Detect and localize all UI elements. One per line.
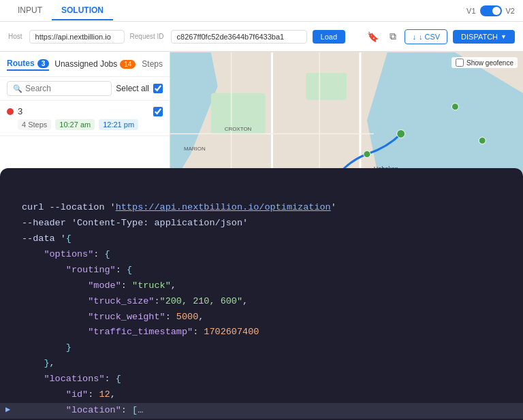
csv-button[interactable]: ↓ ↓ CSV [405,29,447,44]
csv-label: ↓ CSV [419,33,440,41]
api-url-link[interactable]: https://api.nextbillion.io/optimization [116,202,331,212]
steps-count-badge: 4 Steps [18,119,51,130]
svg-text:MARION: MARION [184,146,206,152]
dispatch-label: DISPATCH [461,33,498,41]
dispatch-chevron-icon: ▼ [501,33,507,40]
routes-tab-label: Routes [7,59,35,68]
share-icon[interactable]: ⧉ [387,29,399,44]
search-box: 🔍 [7,81,112,96]
tab-solution[interactable]: SOLUTION [52,1,113,20]
search-icon: 🔍 [13,84,22,93]
svg-text:CROXTON: CROXTON [225,126,252,132]
route-checkbox[interactable] [153,107,163,116]
geofence-checkbox[interactable] [456,59,464,67]
version-switch[interactable] [480,5,502,16]
version-toggle: V1 V2 [466,5,515,16]
request-id-input[interactable] [171,30,307,44]
show-geofence-control[interactable]: Show geofence [451,57,518,68]
dispatch-button[interactable]: DISPATCH ▼ [453,30,515,44]
unassigned-tab-label: Unassigned Jobs [54,59,117,69]
tab-input[interactable]: INPUT [8,1,52,20]
route-item: 3 4 Steps 10:27 am 12:21 pm [0,101,170,136]
tab-group: INPUT SOLUTION [8,1,113,20]
toggle-knob [492,7,501,15]
select-all-checkbox[interactable] [153,84,163,93]
route-header: 3 [7,106,163,116]
select-all-label: Select all [116,84,149,93]
version-v2-label: V2 [506,7,515,15]
svg-rect-2 [306,73,347,100]
load-button[interactable]: Load [313,30,345,44]
host-label: Host [8,33,22,40]
geofence-label: Show geofence [466,59,513,67]
code-content: curl --location 'https://api.nextbillion… [22,184,501,420]
top-bar: INPUT SOLUTION V1 V2 [0,0,523,22]
panel-tabs: Routes 3 Unassigned Jobs 14 Steps [0,52,170,77]
time-end-badge: 12:21 pm [99,119,138,130]
time-start-badge: 10:27 am [55,119,95,130]
version-v1-label: V1 [466,7,475,15]
request-id-label: Request ID [130,33,164,40]
route-meta: 4 Steps 10:27 am 12:21 pm [7,119,163,130]
svg-point-16 [397,130,405,138]
unassigned-badge: 14 [120,60,136,69]
host-input[interactable] [29,30,125,44]
steps-tab[interactable]: Steps [142,59,163,69]
host-bar: Host Request ID Load 🔖 ⧉ ↓ ↓ CSV DISPATC… [0,22,523,52]
route-number: 3 [18,106,22,116]
routes-tab[interactable]: Routes 3 [7,57,49,71]
route-dot [7,108,14,115]
csv-icon: ↓ [412,33,416,41]
svg-point-17 [451,103,458,110]
code-panel: curl --location 'https://api.nextbillion… [0,168,523,420]
unassigned-tab[interactable]: Unassigned Jobs 14 [54,58,136,70]
bookmark-icon[interactable]: 🔖 [364,30,381,44]
routes-badge: 3 [37,59,50,68]
svg-point-15 [364,150,370,157]
search-row: 🔍 Select all [0,77,170,101]
search-input[interactable] [25,84,106,93]
steps-tab-label: Steps [142,59,163,69]
svg-point-18 [479,138,486,144]
